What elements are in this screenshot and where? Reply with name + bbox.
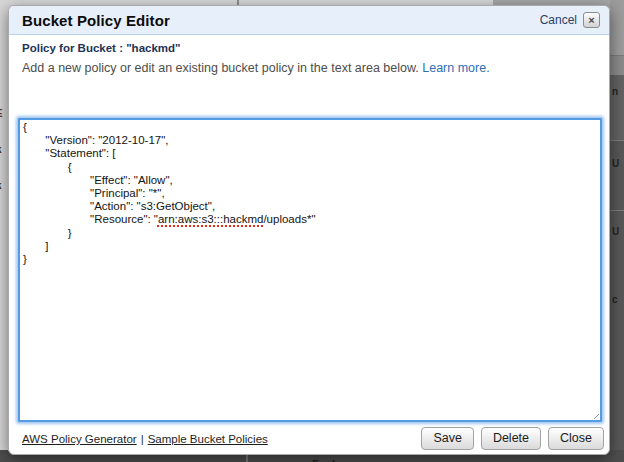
close-icon[interactable]: ×	[583, 12, 600, 28]
background-text-fragment: E	[0, 108, 3, 119]
description-text: Add a new policy or edit an existing buc…	[22, 61, 419, 75]
bucket-policy-editor-dialog: Bucket Policy Editor Cancel × Policy for…	[8, 5, 610, 455]
background-text-fragment: l	[332, 458, 335, 462]
dialog-header: Bucket Policy Editor Cancel ×	[9, 6, 609, 35]
background-text-fragment: k	[0, 144, 2, 155]
background-text-fragment: k	[0, 180, 2, 191]
policy-editor[interactable]: { "Version": "2012-10-17", "Statement": …	[18, 118, 602, 422]
dialog-description: Add a new policy or edit an existing buc…	[22, 61, 490, 75]
policy-json-text: { "Version": "2012-10-17", "Statement": …	[20, 120, 600, 266]
save-button[interactable]: Save	[421, 427, 474, 450]
background-text-fragment: n	[612, 86, 618, 97]
link-separator: |	[137, 433, 148, 445]
sample-bucket-policies-link[interactable]: Sample Bucket Policies	[148, 433, 268, 445]
background-row-divider	[610, 210, 624, 211]
learn-more-link[interactable]: Learn more.	[422, 61, 489, 75]
background-text-fragment: F	[312, 458, 319, 462]
policy-for-bucket-heading: Policy for Bucket : "hackmd"	[22, 42, 181, 54]
background-page-right: n U U c	[610, 0, 624, 462]
resize-grip-icon[interactable]	[589, 409, 599, 419]
background-row-divider	[610, 55, 624, 56]
background-text-fragment: U	[612, 226, 619, 237]
dialog-header-actions: Cancel ×	[540, 12, 609, 28]
cancel-link[interactable]: Cancel	[540, 13, 577, 27]
aws-policy-generator-link[interactable]: AWS Policy Generator	[22, 433, 137, 445]
background-text-fragment: U	[612, 158, 619, 169]
delete-button[interactable]: Delete	[481, 427, 541, 450]
footer-links: AWS Policy Generator|Sample Bucket Polic…	[22, 433, 268, 445]
close-button[interactable]: Close	[548, 427, 604, 450]
footer-buttons: Save Delete Close	[421, 427, 604, 450]
background-text-fragment: c	[612, 294, 618, 305]
background-row-divider	[610, 140, 624, 141]
dialog-title: Bucket Policy Editor	[9, 12, 170, 29]
